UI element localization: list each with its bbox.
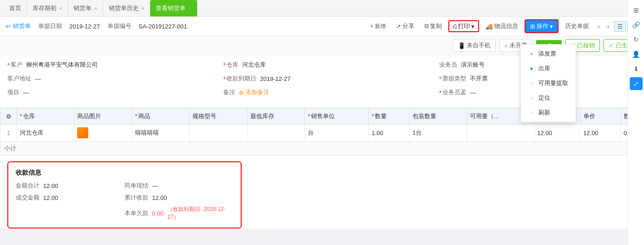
available-extract-icon: ○ xyxy=(528,80,535,86)
subtotal-label: 小计 xyxy=(0,142,644,156)
new-button[interactable]: + 新增 xyxy=(367,21,390,32)
project-field: 项目 — xyxy=(7,88,205,97)
pkg-qty-col-header: 包装数量 xyxy=(409,108,467,125)
tab-inventory-init[interactable]: 库存期初 × xyxy=(27,0,68,17)
payment-info-box: 收款信息 金额合计 12.00 同单现结 — 成交金额 12.00 累计收款 1… xyxy=(7,161,242,228)
logistics-button[interactable]: 🚚 物流信息 xyxy=(482,21,522,32)
doc-title-icon: ↩ xyxy=(6,23,11,30)
tab-sales-order[interactable]: 销货单 × xyxy=(68,0,103,17)
product-col-header: *商品 xyxy=(132,108,189,125)
product-image xyxy=(77,127,88,138)
share-icon: ↗ xyxy=(396,23,401,30)
dropdown-refresh[interactable]: ○ 刷新 xyxy=(521,105,576,120)
row-spec xyxy=(190,125,247,142)
doc-meta: 单据日期 2019-12-27 单据编号 SA-20191227-001 xyxy=(38,22,367,30)
total-amount-row: 金额合计 12.00 xyxy=(16,182,124,190)
add-note-icon: ⊕ xyxy=(239,89,244,96)
position-icon: ○ xyxy=(528,95,535,101)
row-min-stock xyxy=(247,125,305,142)
sidebar-expand-icon[interactable]: ⤢ xyxy=(630,77,643,90)
close-view-sales-order[interactable]: × xyxy=(188,6,191,11)
from-phone-button[interactable]: 📱 来自手机 xyxy=(453,39,496,52)
dropdown-add-invoice[interactable]: ▪ 添发票 xyxy=(521,46,576,61)
row-pkg-qty: 1台 xyxy=(409,125,467,142)
list-view-button[interactable]: ☰ xyxy=(614,21,626,32)
qty-col-header: *数量 xyxy=(368,108,409,125)
unit-price-col-header: 单价 xyxy=(580,108,621,125)
sidebar-download-icon[interactable]: ⬇ xyxy=(630,63,643,75)
toolbar-actions: + 新增 ↗ 分享 ⧉ 复制 ⎙ 打印 ▾ 🚚 物流信息 ⊞ 操作 ▾ xyxy=(367,19,638,33)
image-col-header: 商品图片 xyxy=(74,108,132,125)
customer-field: * 客户 柳州粤港平安气体有限公司 xyxy=(7,61,205,69)
operate-dropdown-icon: ▾ xyxy=(550,23,553,30)
copy-icon: ⧉ xyxy=(424,23,429,30)
warehouse-col-header: *仓库 xyxy=(17,108,74,125)
tab-sales-order-history[interactable]: 销货单历史 × xyxy=(103,0,150,17)
table-row: 1 河北仓库 嘻嘻嘻嘻 台 1.00 1台 12.00 12.00 0. xyxy=(0,125,644,142)
sidebar-table-icon[interactable]: ⊞ xyxy=(630,4,643,17)
owed-row: 本单欠款 0.00 （收款到期日: 2019-12-27） xyxy=(124,205,233,221)
history-button[interactable]: 历史单据 xyxy=(561,21,593,32)
warehouse-field: * 仓库 河北仓库 xyxy=(223,61,421,69)
row-available xyxy=(467,125,534,142)
copy-button[interactable]: ⧉ 复制 xyxy=(421,21,446,32)
operate-icon: ⊞ xyxy=(530,23,535,30)
print-dropdown-icon: ▾ xyxy=(471,23,475,30)
doc-title: ↩ 销货单 xyxy=(6,22,31,30)
tab-home[interactable]: 首页 xyxy=(4,0,27,17)
deal-amount-row: 成交金额 12.00 xyxy=(16,194,124,202)
tab-view-sales-order[interactable]: 查看销货单 × xyxy=(150,0,197,17)
payment-date-field: * 收款到期日 2019-12-27 xyxy=(223,74,421,83)
payment-info-grid: 金额合计 12.00 同单现结 — 成交金额 12.00 累计收款 12.00 … xyxy=(16,182,233,221)
print-icon: ⎙ xyxy=(453,23,457,30)
row-qty: 1.00 xyxy=(368,125,409,142)
print-button[interactable]: ⎙ 打印 ▾ xyxy=(448,20,479,32)
ticket-icon: ○ xyxy=(504,42,508,49)
sidebar-refresh-icon[interactable]: ↻ xyxy=(630,33,643,46)
close-sales-order[interactable]: × xyxy=(94,6,97,11)
address-field: 客户地址 — xyxy=(7,74,205,83)
outbound-icon: ● xyxy=(528,65,535,72)
tab-bar: 首页 库存期初 × 销货单 × 销货单历史 × 查看销货单 × × xyxy=(0,0,644,17)
dropdown-position[interactable]: ○ 定位 xyxy=(521,91,576,105)
operate-dropdown-menu: ▪ 添发票 ● 出库 ○ 可用量提取 ○ 定位 ○ 刷新 xyxy=(520,44,576,122)
logistics-icon: 🚚 xyxy=(486,23,493,30)
settle-row: 同单现结 — xyxy=(124,182,233,190)
sidebar-link-icon[interactable]: 🔗 xyxy=(630,18,643,31)
share-button[interactable]: ↗ 分享 xyxy=(392,21,418,32)
unit-col-header: *销售单位 xyxy=(305,108,368,125)
cumulative-row: 累计收款 12.00 xyxy=(124,194,233,202)
dropdown-outbound[interactable]: ● 出库 xyxy=(521,61,576,76)
refresh-dropdown-icon: ○ xyxy=(528,109,535,116)
settings-col-header: ⚙ xyxy=(0,108,17,125)
min-stock-col-header: 最低库存 xyxy=(247,108,305,125)
next-button[interactable]: › xyxy=(605,22,611,31)
row-unit-price: 12.00 xyxy=(580,125,621,142)
row-image xyxy=(74,125,132,142)
add-note-button[interactable]: ⊕ 添加备注 xyxy=(239,88,269,97)
row-num: 1 xyxy=(0,125,17,142)
row-product: 嘻嘻嘻嘻 xyxy=(132,125,189,142)
toolbar: ↩ 销货单 单据日期 2019-12-27 单据编号 SA-20191227-0… xyxy=(0,17,644,36)
prev-button[interactable]: ‹ xyxy=(595,22,602,31)
add-invoice-icon: ▪ xyxy=(528,51,535,57)
right-sidebar: ⊞ 🔗 ↻ 👤 ⬇ ⤢ xyxy=(627,0,644,234)
spec-col-header: 规格型号 xyxy=(190,108,247,125)
payment-info-title: 收款信息 xyxy=(16,169,233,177)
operate-button[interactable]: ⊞ 操作 ▾ xyxy=(525,19,559,33)
row-current-stock: 12.00 xyxy=(534,125,580,142)
row-warehouse: 河北仓库 xyxy=(17,125,74,142)
phone-icon: 📱 xyxy=(458,42,465,49)
subtotal-row: 小计 xyxy=(0,142,644,156)
sidebar-user-icon[interactable]: 👤 xyxy=(630,48,643,61)
close-sales-order-history[interactable]: × xyxy=(141,6,144,11)
dropdown-available-extract[interactable]: ○ 可用量提取 xyxy=(521,76,576,91)
note-field: 备注 ⊕ 添加备注 xyxy=(223,88,421,97)
close-inventory-init[interactable]: × xyxy=(59,6,62,11)
row-unit: 台 xyxy=(305,125,368,142)
